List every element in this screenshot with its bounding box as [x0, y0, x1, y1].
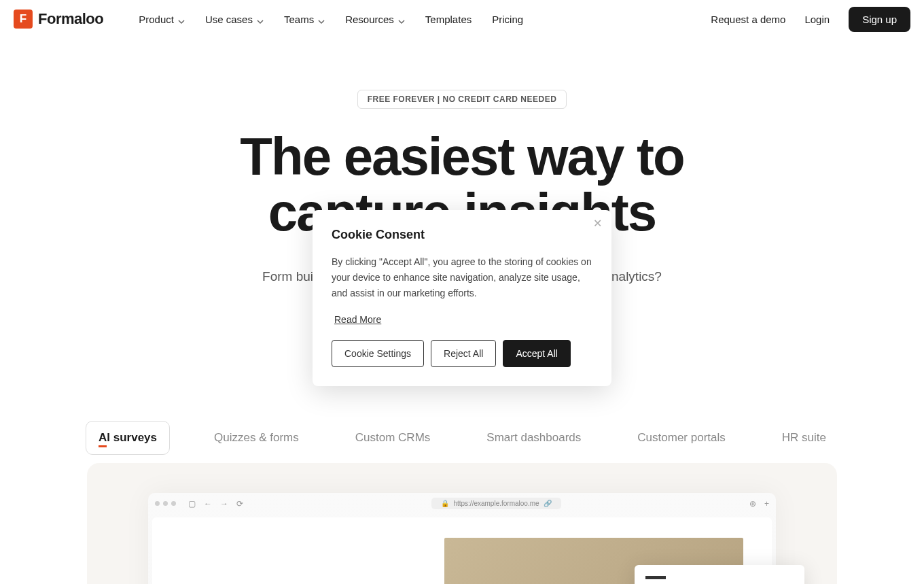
- tab-ai-surveys[interactable]: AI surveys: [86, 421, 170, 455]
- site-header: F Formaloo Product Use cases Teams: [0, 0, 924, 38]
- lock-icon: 🔒: [441, 500, 449, 507]
- logo-mark-icon: F: [14, 10, 33, 29]
- survey-popup: Do you like gemstones?: [635, 565, 804, 584]
- browser-right-icons: ⊕ +: [749, 499, 769, 509]
- traffic-dot-icon: [155, 501, 160, 506]
- traffic-light-icons: [155, 501, 176, 506]
- nav-label: Teams: [284, 14, 314, 25]
- logo-text: Formaloo: [38, 10, 103, 28]
- tab-smart-dashboards[interactable]: Smart dashboards: [474, 422, 593, 454]
- login-link[interactable]: Login: [804, 14, 830, 25]
- nav-item-pricing[interactable]: Pricing: [492, 14, 523, 25]
- traffic-dot-icon: [163, 501, 168, 506]
- tab-quizzes-forms[interactable]: Quizzes & forms: [202, 422, 311, 454]
- address-bar: 🔒 https://example.formaloo.me 🔗: [431, 498, 561, 509]
- plus-icon: +: [764, 499, 769, 509]
- read-more-link[interactable]: Read More: [334, 314, 381, 325]
- chevron-down-icon: [257, 16, 264, 22]
- back-icon: ←: [204, 499, 212, 509]
- reload-icon: ⟳: [236, 499, 243, 509]
- cookie-title: Cookie Consent: [332, 228, 592, 242]
- tab-custom-crms[interactable]: Custom CRMs: [343, 422, 443, 454]
- browser-viewport: Do you like gemstones?: [152, 517, 772, 584]
- hero-badge: FREE FOREVER | NO CREDIT CARD NEEDED: [357, 90, 567, 109]
- nav-item-teams[interactable]: Teams: [284, 14, 325, 25]
- nav-label: Resources: [345, 14, 394, 25]
- feature-tabs: AI surveys Quizzes & forms Custom CRMs S…: [86, 421, 838, 455]
- hero-title-line1: The easiest way to: [240, 126, 683, 186]
- nav-item-use-cases[interactable]: Use cases: [205, 14, 264, 25]
- signup-button[interactable]: Sign up: [849, 7, 910, 32]
- chevron-down-icon: [398, 16, 405, 22]
- sidebar-icon: ▢: [188, 499, 196, 509]
- address-url: https://example.formaloo.me: [453, 500, 539, 507]
- cookie-settings-button[interactable]: Cookie Settings: [332, 340, 424, 367]
- traffic-dot-icon: [171, 501, 176, 506]
- preview-panel: ▢ ← → ⟳ 🔒 https://example.formaloo.me 🔗 …: [87, 463, 837, 584]
- tab-hr-suite[interactable]: HR suite: [770, 422, 838, 454]
- download-icon: ⊕: [749, 499, 756, 509]
- chevron-down-icon: [178, 16, 185, 22]
- popup-accent-icon: [645, 576, 666, 579]
- header-left: F Formaloo Product Use cases Teams: [14, 10, 523, 29]
- browser-chrome-bar: ▢ ← → ⟳ 🔒 https://example.formaloo.me 🔗 …: [148, 493, 776, 515]
- cookie-body-text: By clicking "Accept All", you agree to t…: [332, 254, 592, 301]
- nav-item-resources[interactable]: Resources: [345, 14, 405, 25]
- nav-label: Use cases: [205, 14, 253, 25]
- nav-item-product[interactable]: Product: [139, 14, 185, 25]
- browser-mockup: ▢ ← → ⟳ 🔒 https://example.formaloo.me 🔗 …: [148, 493, 776, 584]
- nav-label: Templates: [425, 14, 472, 25]
- main-nav: Product Use cases Teams Resources: [139, 14, 523, 25]
- header-right: Request a demo Login Sign up: [711, 7, 910, 32]
- link-icon: 🔗: [544, 500, 552, 507]
- chevron-down-icon: [318, 16, 325, 22]
- logo[interactable]: F Formaloo: [14, 10, 103, 29]
- cookie-button-row: Cookie Settings Reject All Accept All: [332, 340, 592, 367]
- nav-label: Pricing: [492, 14, 523, 25]
- forward-icon: →: [220, 499, 228, 509]
- tab-customer-portals[interactable]: Customer portals: [625, 422, 737, 454]
- close-icon[interactable]: ✕: [593, 218, 602, 229]
- nav-item-templates[interactable]: Templates: [425, 14, 472, 25]
- accept-all-button[interactable]: Accept All: [503, 340, 570, 367]
- browser-nav-icons: ▢ ← → ⟳: [188, 499, 243, 509]
- request-demo-link[interactable]: Request a demo: [711, 14, 785, 25]
- nav-label: Product: [139, 14, 174, 25]
- reject-all-button[interactable]: Reject All: [431, 340, 496, 367]
- cookie-consent-modal: ✕ Cookie Consent By clicking "Accept All…: [313, 210, 611, 386]
